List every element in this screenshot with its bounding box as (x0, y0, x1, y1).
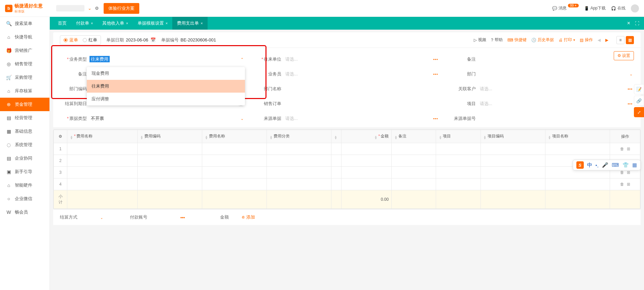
history-link[interactable]: 🕓历史单据 (531, 37, 554, 43)
expand-icon[interactable]: ⛶ (634, 20, 641, 27)
tab-other-income[interactable]: 其他收入单× (98, 17, 133, 30)
tab-template[interactable]: 单据模板设置× (133, 17, 172, 30)
copy-icon[interactable]: ⊞ (627, 182, 630, 187)
gear-icon[interactable]: ⚙ (95, 6, 99, 11)
close-all-icon[interactable]: × (626, 19, 632, 28)
copy-icon[interactable]: ⊞ (627, 170, 630, 175)
party-select[interactable]: 请选...••• (281, 56, 439, 62)
sidebar-item-marketing[interactable]: 🎁营销推广 (0, 44, 49, 57)
th-project-code[interactable]: ▲▼项目编码 (480, 130, 545, 143)
float-expand-icon[interactable]: ⤢ (634, 107, 644, 117)
dropdown-option-party[interactable]: 往来费用 (87, 80, 245, 93)
table-row[interactable]: 1🗑⊞ (54, 143, 640, 155)
sidebar-item-hardware[interactable]: ⌂智能硬件 (0, 179, 49, 192)
print-button[interactable]: 🖨打印▾ (559, 37, 575, 43)
salesman-select[interactable]: 请选...••• (281, 71, 439, 77)
view-list-button[interactable]: ≡ (616, 36, 624, 44)
sidebar-item-member[interactable]: W畅会员 (0, 205, 49, 219)
sidebar-item-guide[interactable]: ▣新手引导 (0, 165, 49, 179)
th-fee-name2[interactable]: ▲▼费用名称 (202, 130, 266, 143)
float-note-icon[interactable]: 📝 (634, 84, 644, 94)
help-link[interactable]: ?帮助 (491, 37, 503, 43)
close-icon[interactable]: × (126, 21, 128, 25)
prev-icon[interactable]: ◀ (598, 38, 601, 42)
sidebar-item-system[interactable]: ◌系统管理 (0, 138, 49, 152)
sidebar-item-basic[interactable]: ▦基础信息 (0, 125, 49, 138)
table-row[interactable]: 3🗑⊞ (54, 167, 640, 179)
messages-link[interactable]: 💬 消息 99 + (552, 5, 579, 11)
experience-button[interactable]: 体验行业方案 (104, 3, 139, 14)
tab-expense[interactable]: 费用支出单× (172, 17, 207, 30)
float-link-icon[interactable]: 🔗 (634, 96, 644, 106)
more-icon[interactable]: ••• (628, 87, 633, 91)
sidebar-item-search[interactable]: 🔍搜索菜单 (0, 17, 49, 30)
shortcut-link[interactable]: ⌨快捷键 (507, 37, 527, 43)
sidebar-item-wechat[interactable]: ○企业微信 (0, 192, 49, 205)
sidebar-item-purchase[interactable]: 🛒采购管理 (0, 71, 49, 84)
next-icon[interactable]: ▶ (605, 38, 608, 42)
settings-button[interactable]: ⚙ 设置 (614, 51, 634, 60)
bill-date-value[interactable]: 2023-06-06 (126, 37, 148, 42)
sidebar-item-sales[interactable]: ◎销售管理 (0, 57, 49, 71)
account-select[interactable]: ••• (153, 215, 194, 220)
close-icon[interactable]: × (91, 21, 93, 25)
th-project[interactable]: ▲▼项目 (436, 130, 480, 143)
sidebar-item-operations[interactable]: ▤经营管理 (0, 111, 49, 125)
tab-home[interactable]: 首页 (53, 17, 71, 30)
copy-icon[interactable]: ⊞ (627, 147, 630, 151)
sidebar-item-funds[interactable]: ⊛资金管理 (0, 98, 49, 111)
ime-toolbar[interactable]: S 中 •, 🎤 ⌨ 👕 ▦ (573, 160, 641, 170)
src-bill-select[interactable]: 请选...••• (281, 116, 439, 122)
table-row[interactable]: 4🗑⊞ (54, 179, 640, 190)
sidebar-item-quicknav[interactable]: ⌂快捷导航 (0, 30, 49, 44)
th-amount[interactable]: ▲▼*金额 (342, 130, 392, 143)
close-icon[interactable]: × (201, 21, 203, 25)
online-support[interactable]: 🎧 在线 (611, 5, 625, 11)
delete-icon[interactable]: 🗑 (620, 170, 624, 175)
invoice-type-select[interactable]: 不开票⌄ (87, 116, 245, 122)
more-icon[interactable]: ••• (433, 72, 438, 76)
operate-button[interactable]: ▤操作 (580, 37, 593, 43)
ime-keyboard-icon[interactable]: ⌨ (612, 162, 619, 168)
tab-payment[interactable]: 付款单× (71, 17, 98, 30)
th-fee-category[interactable]: ▲▼费用分类 (267, 130, 331, 143)
biz-type-select[interactable]: 往来费用 ⌃ 现金费用 往来费用 应付调整 (87, 56, 245, 62)
table-row[interactable]: 2 (54, 155, 640, 167)
more-icon[interactable]: ••• (433, 117, 438, 121)
user-avatar[interactable] (631, 4, 639, 12)
th-remark[interactable]: ▲▼备注 (392, 130, 436, 143)
ime-menu-icon[interactable]: ▦ (632, 162, 637, 168)
logo[interactable]: b 畅捷通好生意 标准版 (5, 3, 52, 14)
ime-punct-icon[interactable]: •, (596, 162, 599, 168)
gear-column[interactable]: ⚙ (54, 130, 67, 143)
ime-lang[interactable]: 中 (587, 162, 592, 168)
add-button[interactable]: 添加 (242, 214, 255, 220)
sidebar-item-inventory[interactable]: ⌂库存核算 (0, 84, 49, 98)
delete-icon[interactable]: 🗑 (620, 182, 624, 187)
app-download-link[interactable]: 📱 App下载 (584, 5, 606, 11)
more-icon[interactable]: ••• (433, 57, 438, 61)
ime-mic-icon[interactable]: 🎤 (602, 162, 608, 168)
video-link[interactable]: ▷视频 (474, 37, 486, 43)
ime-skin-icon[interactable]: 👕 (622, 162, 629, 168)
settle-method-select[interactable]: ⌄ (83, 215, 124, 220)
dropdown-option-cash[interactable]: 现金费用 (87, 67, 245, 80)
more-icon[interactable]: ••• (180, 215, 185, 220)
calendar-icon[interactable]: 📅 (150, 37, 156, 42)
company-selector[interactable] (56, 5, 84, 11)
rel-customer-select[interactable]: 请选...••• (476, 86, 634, 92)
dropdown-option-adjust[interactable]: 应付调整 (87, 93, 245, 105)
sidebar-item-collab[interactable]: ▤企业协同 (0, 152, 49, 165)
chevron-down-icon[interactable]: ⌄ (88, 6, 92, 11)
th-fee-code[interactable]: ▲▼费用编码 (137, 130, 202, 143)
th-project-name[interactable]: ▲▼项目名称 (545, 130, 610, 143)
more-icon[interactable]: ••• (628, 102, 633, 106)
delete-icon[interactable]: 🗑 (620, 147, 624, 151)
project-select[interactable]: 请选...••• (476, 101, 634, 107)
radio-red[interactable]: 红单 (83, 37, 97, 43)
th-fee-name[interactable]: ▲▼*费用名称 (67, 130, 138, 143)
close-icon[interactable]: × (166, 21, 168, 25)
radio-blue[interactable]: 蓝单 (64, 37, 78, 43)
view-detail-button[interactable]: ▦ (626, 36, 634, 44)
th-empty[interactable]: ▲▼ (331, 130, 342, 143)
